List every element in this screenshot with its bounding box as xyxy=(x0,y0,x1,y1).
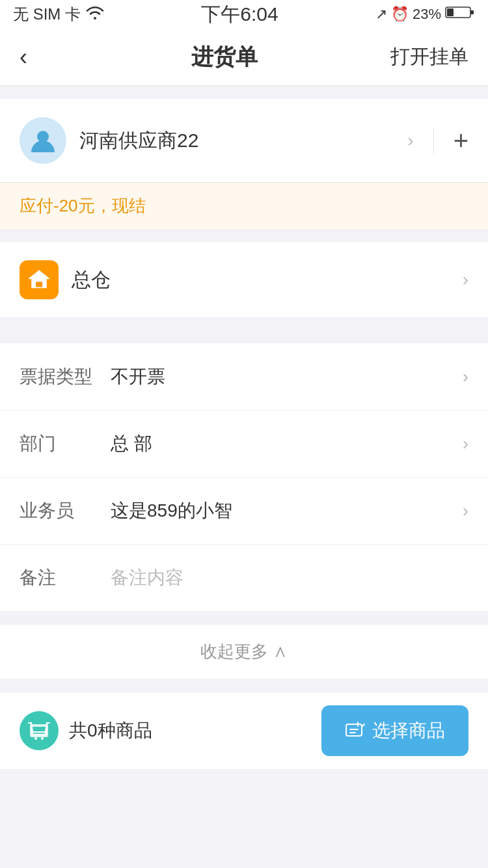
form-section: 票据类型 不开票 › 部门 总 部 › 业务员 这是859的小智 › 备注 备注… xyxy=(0,344,488,611)
warehouse-row[interactable]: 总仓 › xyxy=(0,242,488,318)
remark-input[interactable]: 备注内容 xyxy=(98,565,468,590)
bottom-bar: 共0种商品 选择商品 xyxy=(0,692,488,769)
invoice-type-row[interactable]: 票据类型 不开票 › xyxy=(0,344,488,411)
collapse-bar[interactable]: 收起更多 ∧ xyxy=(0,624,488,679)
salesman-value: 这是859的小智 xyxy=(98,498,463,523)
status-left: 无 SIM 卡 xyxy=(13,4,104,25)
notice-text: 应付-20元，现结 xyxy=(20,196,146,215)
select-product-label: 选择商品 xyxy=(372,718,445,743)
back-button[interactable]: ‹ xyxy=(20,44,59,71)
notice-banner: 应付-20元，现结 xyxy=(0,183,488,229)
section-gap-2 xyxy=(0,229,488,242)
open-pending-button[interactable]: 打开挂单 xyxy=(390,44,468,70)
alarm-icon: ⏰ xyxy=(391,6,409,23)
section-gap-1 xyxy=(0,86,488,99)
status-time: 下午6:04 xyxy=(201,1,278,28)
no-sim-text: 无 SIM 卡 xyxy=(13,4,81,25)
remark-label: 备注 xyxy=(20,565,98,590)
select-product-icon xyxy=(345,720,366,741)
vertical-divider xyxy=(433,128,434,154)
warehouse-section: 总仓 › xyxy=(0,242,488,318)
supplier-name: 河南供应商22 xyxy=(79,128,407,154)
battery-icon xyxy=(445,5,475,23)
location-icon: ↗ xyxy=(375,6,387,23)
collapse-label: 收起更多 ∧ xyxy=(200,642,287,661)
salesman-row[interactable]: 业务员 这是859的小智 › xyxy=(0,478,488,545)
department-row[interactable]: 部门 总 部 › xyxy=(0,411,488,478)
add-supplier-button[interactable]: + xyxy=(454,126,468,156)
svg-rect-1 xyxy=(470,10,474,14)
salesman-label: 业务员 xyxy=(20,498,98,523)
product-count-text: 共0种商品 xyxy=(69,718,152,743)
battery-text: 23% xyxy=(413,6,441,23)
page-title: 进货单 xyxy=(191,42,258,72)
supplier-chevron-icon: › xyxy=(407,130,413,151)
select-product-button[interactable]: 选择商品 xyxy=(321,705,468,756)
remark-row[interactable]: 备注 备注内容 xyxy=(0,545,488,611)
svg-point-6 xyxy=(34,737,37,740)
status-bar: 无 SIM 卡 下午6:04 ↗ ⏰ 23% xyxy=(0,0,488,29)
supplier-row[interactable]: 河南供应商22 › + xyxy=(0,99,488,183)
product-count-area: 共0种商品 xyxy=(20,711,152,750)
department-label: 部门 xyxy=(20,431,98,456)
department-value: 总 部 xyxy=(98,431,463,456)
department-chevron-icon: › xyxy=(463,433,468,454)
salesman-chevron-icon: › xyxy=(463,500,468,521)
warehouse-name: 总仓 xyxy=(72,267,463,293)
section-gap-3 xyxy=(0,318,488,331)
svg-rect-4 xyxy=(36,282,42,288)
warehouse-icon xyxy=(20,260,59,299)
supplier-section: 河南供应商22 › + 应付-20元，现结 xyxy=(0,99,488,229)
wifi-icon xyxy=(86,5,104,23)
nav-bar: ‹ 进货单 打开挂单 xyxy=(0,29,488,86)
status-right: ↗ ⏰ 23% xyxy=(375,5,475,23)
svg-point-7 xyxy=(41,737,44,740)
invoice-type-value: 不开票 xyxy=(98,364,463,389)
svg-rect-2 xyxy=(447,8,454,16)
invoice-chevron-icon: › xyxy=(463,366,468,387)
warehouse-chevron-icon: › xyxy=(463,269,468,290)
invoice-type-label: 票据类型 xyxy=(20,364,98,389)
supplier-avatar xyxy=(20,117,66,164)
product-count-icon xyxy=(20,711,59,750)
